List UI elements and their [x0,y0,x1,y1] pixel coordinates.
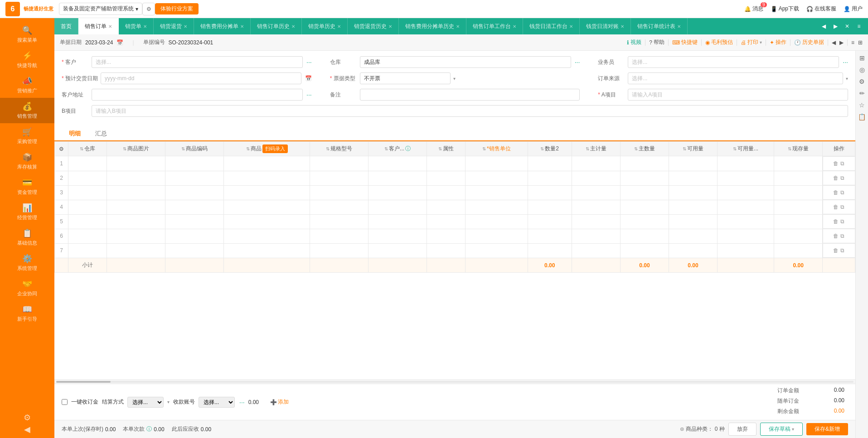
account-dots[interactable]: ··· [239,399,245,406]
tab-sales-return-close[interactable]: ✕ [184,24,187,29]
row-7-qty2[interactable] [528,243,572,258]
row-5-main-unit[interactable] [572,214,620,229]
row-6-available[interactable] [669,229,717,243]
row-6-unit[interactable] [466,229,528,243]
sidebar-item-marketing[interactable]: 📣 营销推广 [0,72,54,98]
row-7-stock[interactable] [774,243,823,258]
row-4-unit[interactable] [466,200,528,214]
row-2-main-qty[interactable] [620,171,669,185]
tab-stats-close[interactable]: ✕ [677,24,681,29]
row-6-customer-code[interactable] [369,229,427,243]
side-action-6[interactable]: 📋 [857,111,868,122]
add-payment-button[interactable]: ➕ 添加 [270,398,289,406]
address-dots[interactable]: ··· [306,91,312,98]
sort-icon-warehouse[interactable]: ⇅ [80,146,83,151]
row-2-available[interactable] [669,171,717,185]
order-source-arrow[interactable]: ▾ [846,76,848,81]
side-action-5[interactable]: ☆ [857,100,868,111]
row-1-spec[interactable] [310,156,369,171]
app-download-button[interactable]: 📱 App下载 [771,5,799,13]
calendar-icon[interactable]: 📅 [116,39,123,46]
th-warehouse[interactable]: ⇅仓库 [68,142,107,156]
row-1-warehouse[interactable] [68,156,107,171]
save-new-button[interactable]: 保存&新增 [806,423,848,435]
method-arrow[interactable]: ▾ [167,399,170,404]
row-3-unit[interactable] [466,185,528,200]
sort-icon-ccode[interactable]: ⇅ [384,146,388,151]
sort-icon-stock[interactable]: ⇅ [788,146,791,151]
row-4-warehouse[interactable] [68,200,107,214]
tab-fee-history-close[interactable]: ✕ [456,24,460,29]
row-3-attr[interactable] [427,185,465,200]
row-6-main-qty[interactable] [620,229,669,243]
horizontal-scrollbar[interactable] [54,379,855,384]
row-4-spec[interactable] [310,200,369,214]
delivery-input[interactable] [101,72,301,84]
tab-sales-history[interactable]: 销售订单历史 ✕ [251,18,302,34]
tab-workbench[interactable]: 销售订单工作台 ✕ [466,18,523,34]
tab-return-history[interactable]: 销货退货历史 ✕ [348,18,399,34]
row-6-code[interactable] [165,229,224,243]
tab-menu-button[interactable]: ≡ [853,21,864,32]
row-4-image[interactable] [107,200,165,214]
customer-dots[interactable]: ··· [306,58,312,66]
row-4-attr[interactable] [427,200,465,214]
tab-cash-reconcile-close[interactable]: ✕ [621,24,624,29]
row-7-warehouse[interactable] [68,243,107,258]
th-available[interactable]: ⇅可用量 [669,142,717,156]
th-qty2[interactable]: ⇅数量2 [528,142,572,156]
copy-icon-7[interactable]: ⧉ [840,247,844,254]
tab-sales-return[interactable]: 销货退货 ✕ [154,18,194,34]
copy-icon-1[interactable]: ⧉ [840,160,844,167]
row-4-customer-code[interactable] [369,200,427,214]
row-4-main-unit[interactable] [572,200,620,214]
tab-sales-history-close[interactable]: ✕ [291,24,295,29]
row-5-action[interactable]: 🗑⧉ [823,214,855,229]
row-4-qty2[interactable] [528,200,572,214]
profit-button[interactable]: ◉ 毛利预估 [705,39,733,46]
row-2-stock[interactable] [774,171,823,185]
row-4-stock[interactable] [774,200,823,214]
row-3-available[interactable] [669,185,717,200]
th-main-unit[interactable]: ⇅主计量 [572,142,620,156]
row-4-product[interactable] [223,200,310,214]
copy-icon-2[interactable]: ⧉ [840,175,844,181]
delete-icon-1[interactable]: 🗑 [833,160,839,167]
discard-button[interactable]: 放弃 [728,423,756,436]
tab-sales-fee-close[interactable]: ✕ [240,24,244,29]
row-7-image[interactable] [107,243,165,258]
row-5-available[interactable] [669,214,717,229]
row-3-available2[interactable] [718,185,774,200]
sidebar-item-system[interactable]: ⚙️ 系统管理 [0,250,54,275]
th-spec[interactable]: ⇅规格型号 [310,142,369,156]
row-3-action[interactable]: 🗑⧉ [823,185,855,200]
row-1-product[interactable] [223,156,310,171]
user-button[interactable]: 👤 用户 [844,5,863,13]
row-1-main-unit[interactable] [572,156,620,171]
tab-sales-slip[interactable]: 销货单 ✕ [119,18,154,34]
save-draft-button[interactable]: 保存草稿 ▾ [760,423,803,436]
sort-icon-unit[interactable]: ⇅ [482,146,486,151]
view-button[interactable]: ℹ 视频 [627,39,641,46]
row-6-attr[interactable] [427,229,465,243]
row-4-code[interactable] [165,200,224,214]
delete-icon-3[interactable]: 🗑 [833,189,839,196]
row-4-main-qty[interactable] [620,200,669,214]
th-settings[interactable]: ⚙ [55,142,68,156]
sidebar-item-search[interactable]: 🔍 搜索菜单 [0,22,54,47]
row-5-customer-code[interactable] [369,214,427,229]
row-5-unit[interactable] [466,214,528,229]
staff-dots[interactable]: ··· [843,58,848,66]
tab-cash-workbench-close[interactable]: ✕ [569,24,573,29]
th-code[interactable]: ⇅商品编码 [165,142,224,156]
row-5-attr[interactable] [427,214,465,229]
row-7-main-qty[interactable] [620,243,669,258]
tab-sales-order[interactable]: 销售订单 ✕ [78,18,119,34]
delivery-calendar-icon[interactable]: 📅 [305,75,312,82]
row-1-available[interactable] [669,156,717,171]
warehouse-input[interactable] [360,56,571,68]
th-product[interactable]: ⇅商品扫码录入 [223,142,310,156]
row-3-image[interactable] [107,185,165,200]
row-2-warehouse[interactable] [68,171,107,185]
row-7-main-unit[interactable] [572,243,620,258]
